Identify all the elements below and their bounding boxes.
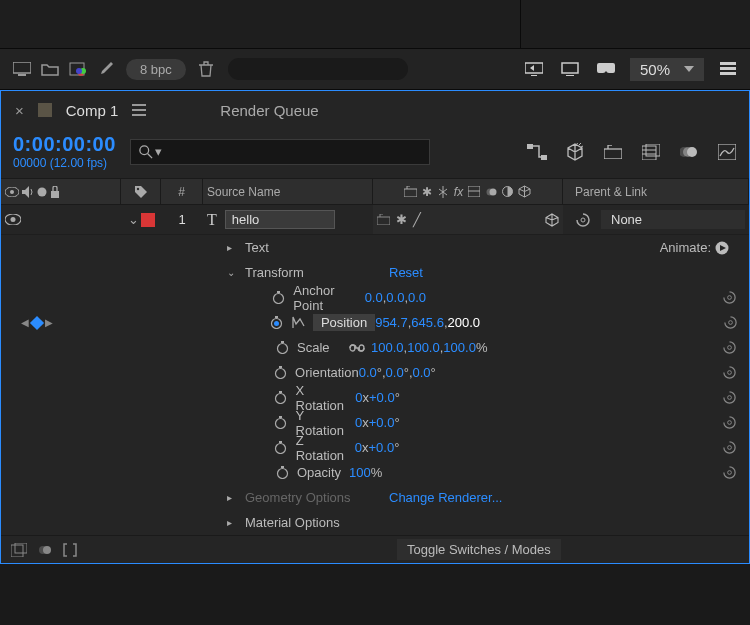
twirl-layer-icon[interactable]: ⌄ [128,212,139,227]
orient-x[interactable]: 0.0 [359,365,377,380]
fx-col-icon[interactable] [437,186,449,198]
source-name-header[interactable]: Source Name [207,185,280,199]
stopwatch-icon[interactable] [273,366,287,380]
pickwhip-icon[interactable] [722,440,737,455]
anchor-x[interactable]: 0.0 [365,290,383,305]
panel-divider[interactable] [520,0,521,48]
orientation-label[interactable]: Orientation [295,365,359,380]
collapse-switch[interactable]: ✱ [396,212,407,227]
screen-icon[interactable] [10,57,34,81]
keyframe-diamond-icon[interactable] [30,315,44,329]
transform-group-row[interactable]: ⌄ Transform Reset [1,260,749,285]
label-header-icon[interactable] [134,185,148,199]
layer-name[interactable]: hello [225,210,335,229]
fx-text-icon[interactable]: fx [454,185,463,199]
chevron-right-icon[interactable]: ▸ [227,492,237,503]
parent-header[interactable]: Parent & Link [575,185,647,199]
shy-col-icon[interactable] [404,186,417,197]
zrot-turns[interactable]: 0 [355,440,362,455]
frame-blend-icon[interactable] [641,142,661,162]
anchor-y[interactable]: 0.0 [386,290,404,305]
reset-link[interactable]: Reset [389,265,423,280]
chevron-right-icon[interactable]: ▸ [227,242,237,253]
toggle-switches-button[interactable]: Toggle Switches / Modes [397,539,561,560]
bpc-button[interactable]: 8 bpc [126,59,186,80]
goggles-icon[interactable] [594,57,618,81]
prev-keyframe-icon[interactable]: ◀ [21,317,29,328]
position-x[interactable]: 954.7 [375,315,408,330]
stopwatch-icon[interactable] [272,291,285,305]
position-y[interactable]: 645.6 [411,315,444,330]
pickwhip-icon[interactable] [575,212,591,228]
stopwatch-icon[interactable] [275,341,289,355]
comp-flowchart-icon[interactable] [527,142,547,162]
opacity-val[interactable]: 100 [349,465,371,480]
3d-col-icon[interactable] [518,185,531,198]
fps-display[interactable]: 00000 (12.00 fps) [13,156,116,170]
material-options-row[interactable]: ▸ Material Options [1,510,749,535]
scale-z[interactable]: 100.0 [443,340,476,355]
stopwatch-icon[interactable] [275,466,289,480]
stopwatch-icon[interactable] [274,391,288,405]
screen-icon-2[interactable] [522,57,546,81]
lock-header-icon[interactable] [50,186,60,198]
opacity-label[interactable]: Opacity [297,465,341,480]
frame-blend-footer-icon[interactable] [11,543,27,557]
pickwhip-icon[interactable] [723,315,738,330]
chevron-right-icon[interactable]: ▸ [227,517,237,528]
parent-dropdown[interactable]: None [601,210,745,229]
draft3d-icon[interactable] [565,142,585,162]
animate-button[interactable]: Animate: [660,240,729,255]
frameblend-col-icon[interactable] [468,186,480,197]
new-comp-icon[interactable] [66,57,90,81]
num-header[interactable]: # [178,185,185,199]
position-label[interactable]: Position [313,314,375,331]
stopwatch-icon[interactable] [274,416,288,430]
orient-z[interactable]: 0.0 [413,365,431,380]
anchor-z[interactable]: 0.0 [408,290,426,305]
pickwhip-icon[interactable] [722,365,737,380]
pickwhip-icon[interactable] [722,390,737,405]
next-keyframe-icon[interactable]: ▶ [45,317,53,328]
layer-row-1[interactable]: ⌄ 1 T hello ✱ ╱ None [1,205,749,235]
stopwatch-icon[interactable] [270,316,284,330]
shy-switch[interactable] [377,214,390,225]
star-col-icon[interactable]: ✱ [422,185,432,199]
moblur-col-icon[interactable] [485,186,497,198]
motion-blur-icon[interactable] [679,142,699,162]
stopwatch-icon[interactable] [274,441,288,455]
render-queue-tab[interactable]: Render Queue [220,102,318,119]
comp-tab-label[interactable]: Comp 1 [66,102,119,119]
shy-icon[interactable] [603,142,623,162]
yrot-deg[interactable]: +0.0 [369,415,395,430]
pickwhip-icon[interactable] [722,340,737,355]
pickwhip-icon[interactable] [722,415,737,430]
orient-y[interactable]: 0.0 [386,365,404,380]
text-group-row[interactable]: ▸ Text Animate: [1,235,749,260]
geometry-options-row[interactable]: ▸ Geometry Options Change Renderer... [1,485,749,510]
quality-switch[interactable]: ╱ [413,212,421,227]
folder-icon[interactable] [38,57,62,81]
change-renderer-link[interactable]: Change Renderer... [389,490,502,505]
monitor-icon[interactable] [558,57,582,81]
chevron-down-icon[interactable]: ⌄ [227,267,237,278]
position-z[interactable]: 200.0 [448,315,481,330]
scale-label[interactable]: Scale [297,340,330,355]
eye-icon[interactable] [5,214,21,225]
pickwhip-icon[interactable] [722,290,737,305]
brush-icon[interactable] [94,57,118,81]
brackets-footer-icon[interactable] [63,543,77,557]
zrot-deg[interactable]: +0.0 [368,440,394,455]
anchor-label[interactable]: Anchor Point [293,283,364,313]
scale-x[interactable]: 100.0 [371,340,404,355]
pickwhip-icon[interactable] [722,465,737,480]
timecode-display[interactable]: 0:00:00:00 [13,133,116,156]
adjust-col-icon[interactable] [502,186,513,197]
motion-blur-footer-icon[interactable] [37,543,53,557]
video-header-icon[interactable] [5,187,19,197]
zoom-dropdown[interactable]: 50% [630,58,704,81]
xrot-deg[interactable]: +0.0 [369,390,395,405]
stack-icon[interactable] [716,57,740,81]
3d-switch[interactable] [545,213,559,227]
audio-header-icon[interactable] [22,186,34,198]
